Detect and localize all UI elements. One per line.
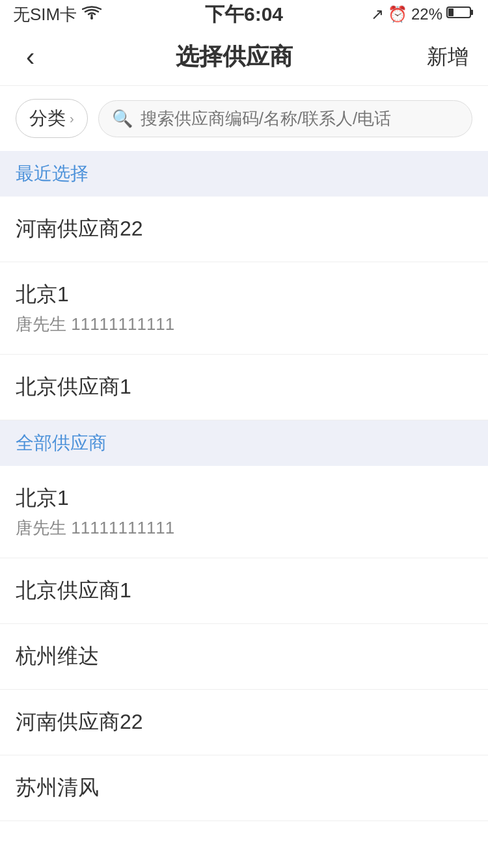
nav-bar: ‹ 选择供应商 新增 — [0, 29, 488, 86]
no-sim-text: 无SIM卡 — [13, 3, 77, 26]
status-bar: 无SIM卡 下午6:04 ↗ ⏰ 22% — [0, 0, 488, 29]
category-label: 分类 — [29, 106, 66, 131]
item-name: 河南供应商22 — [16, 708, 472, 737]
status-right: ↗ ⏰ 22% — [371, 5, 475, 23]
list-item[interactable]: 北京1唐先生 11111111111 — [0, 262, 488, 355]
battery-icon — [446, 5, 475, 23]
item-sub: 唐先生 11111111111 — [16, 313, 472, 336]
wifi-icon — [82, 5, 102, 25]
chevron-right-icon: › — [70, 111, 74, 126]
item-name: 北京供应商1 — [16, 576, 472, 605]
page-title: 选择供应商 — [176, 41, 293, 73]
category-button[interactable]: 分类 › — [16, 99, 88, 138]
alarm-icon: ⏰ — [388, 5, 407, 23]
filter-bar: 分类 › 🔍 — [0, 86, 488, 151]
svg-rect-3 — [448, 8, 454, 16]
battery-percent: 22% — [411, 5, 442, 23]
list-item[interactable]: 北京供应商1 — [0, 558, 488, 624]
item-name: 北京1 — [16, 484, 472, 513]
item-name: 北京1 — [16, 280, 472, 309]
status-left: 无SIM卡 — [13, 3, 102, 26]
svg-point-0 — [90, 17, 93, 20]
location-icon: ↗ — [371, 5, 384, 23]
list-item[interactable]: 河南供应商22 — [0, 197, 488, 262]
search-box: 🔍 — [98, 100, 472, 137]
list-item[interactable]: 河南供应商22 — [0, 690, 488, 755]
list-item[interactable]: 北京供应商1 — [0, 355, 488, 420]
item-name: 苏州清风 — [16, 774, 472, 802]
item-name: 北京供应商1 — [16, 373, 472, 401]
section-header-recent: 最近选择 — [0, 151, 488, 197]
item-name: 杭州维达 — [16, 642, 472, 671]
list-item[interactable]: 苏州清风 — [0, 755, 488, 821]
item-name: 河南供应商22 — [16, 215, 472, 243]
add-button[interactable]: 新增 — [427, 43, 468, 72]
section-header-all: 全部供应商 — [0, 420, 488, 466]
item-sub: 唐先生 11111111111 — [16, 517, 472, 539]
list-item[interactable]: 杭州维达 — [0, 624, 488, 690]
search-input[interactable] — [141, 109, 459, 129]
list-item[interactable]: 北京1唐先生 11111111111 — [0, 466, 488, 558]
status-time: 下午6:04 — [205, 1, 283, 28]
back-button[interactable]: ‹ — [20, 36, 41, 78]
svg-rect-2 — [470, 10, 473, 15]
sections-container: 最近选择河南供应商22北京1唐先生 11111111111北京供应商1全部供应商… — [0, 151, 488, 821]
search-icon: 🔍 — [112, 109, 133, 129]
